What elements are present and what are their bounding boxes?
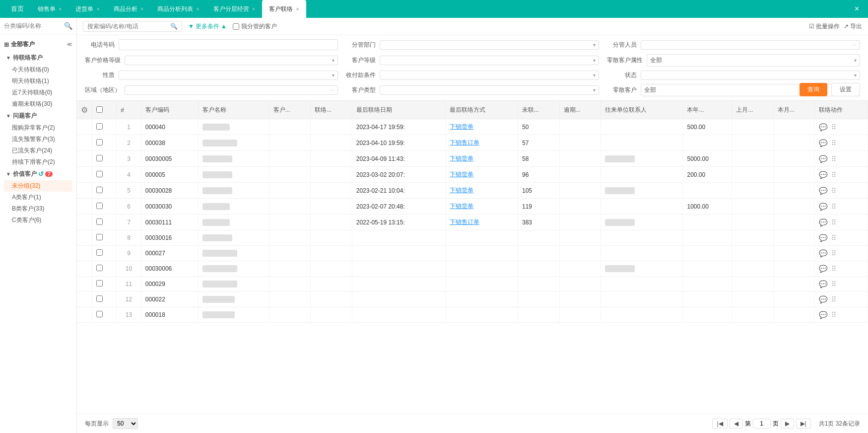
status-select[interactable]: ▾ — [641, 71, 860, 80]
reset-button[interactable]: 设置 — [831, 83, 860, 96]
message-icon[interactable]: 💬 — [819, 171, 827, 179]
more-icon[interactable]: ⠿ — [831, 171, 836, 179]
message-icon[interactable]: 💬 — [819, 187, 827, 195]
sidebar-item-ungroup[interactable]: 未分组(32) — [4, 180, 72, 192]
sidebar-value-group[interactable]: ▼ 价值客户 ↺ 7 — [4, 168, 72, 180]
more-icon[interactable]: ⠿ — [831, 123, 836, 131]
first-page-btn[interactable]: |◀ — [712, 419, 727, 429]
sidebar-item-class-b[interactable]: B类客户(33) — [4, 203, 72, 215]
message-icon[interactable]: 💬 — [819, 280, 827, 288]
retail-attr-select[interactable]: 全部 ▾ — [647, 54, 860, 67]
more-icon[interactable]: ⠿ — [831, 139, 836, 147]
sidebar-pending-group[interactable]: ▼ 待联络客户 — [4, 52, 72, 64]
row-select-checkbox[interactable] — [96, 203, 103, 209]
tab-product-analysis-list-close[interactable]: × — [196, 6, 199, 12]
next-page-btn[interactable]: ▶ — [781, 419, 794, 429]
sidebar-all-customers[interactable]: ⊞ 全部客户 ≪ — [4, 37, 72, 52]
row-select-checkbox[interactable] — [96, 123, 103, 130]
more-icon[interactable]: ⠿ — [831, 203, 836, 211]
batch-op-btn[interactable]: ☑ 批量操作 — [809, 22, 840, 31]
last-page-btn[interactable]: ▶| — [796, 419, 811, 429]
tab-sales-close[interactable]: × — [59, 6, 62, 12]
last-method-link[interactable]: 下销货单 — [450, 203, 473, 210]
prev-page-btn[interactable]: ◀ — [730, 419, 743, 429]
message-icon[interactable]: 💬 — [819, 234, 827, 242]
row-select-checkbox[interactable] — [96, 187, 103, 193]
message-icon[interactable]: 💬 — [819, 265, 827, 273]
sidebar-problem-group[interactable]: ▼ 问题客户 — [4, 110, 72, 122]
tab-customer-contact-close[interactable]: × — [296, 6, 299, 12]
my-customers-checkbox[interactable] — [233, 23, 239, 30]
payment-select[interactable]: ▾ — [380, 71, 599, 80]
row-select-checkbox[interactable] — [96, 139, 103, 145]
sidebar-search-icon[interactable]: 🔍 — [64, 22, 72, 30]
phone-input[interactable] — [119, 39, 338, 50]
last-method-link[interactable]: 下销货单 — [450, 123, 473, 130]
dept-select[interactable]: ▾ — [380, 40, 599, 50]
sidebar-item-declining[interactable]: 持续下滑客户(2) — [4, 156, 72, 168]
message-icon[interactable]: 💬 — [819, 249, 827, 257]
last-method-link[interactable]: 下销售订单 — [450, 218, 479, 225]
tab-product-analysis-close[interactable]: × — [140, 6, 143, 12]
last-method-link[interactable]: 下销货单 — [450, 155, 473, 162]
refresh-icon[interactable]: ↺ — [38, 170, 44, 178]
tab-product-analysis-list[interactable]: 商品分析列表 × — [150, 0, 206, 18]
manager-select[interactable]: ⋯ — [641, 40, 860, 50]
sidebar-item-class-c[interactable]: C类客户(6) — [4, 215, 72, 226]
customer-level-select[interactable]: ▾ — [380, 56, 599, 65]
last-method-link[interactable]: 下销货单 — [450, 187, 473, 194]
more-conditions-btn[interactable]: ▼ 更多条件 ▲ — [188, 22, 227, 31]
row-select-checkbox[interactable] — [96, 249, 103, 256]
sidebar-item-tomorrow[interactable]: 明天待联络(1) — [4, 75, 72, 87]
sidebar-item-churned[interactable]: 已流失客户(24) — [4, 145, 72, 156]
filter-search-input[interactable] — [87, 23, 170, 30]
filter-search-icon[interactable]: 🔍 — [170, 23, 178, 30]
row-select-checkbox[interactable] — [96, 311, 103, 317]
tab-purchase[interactable]: 进货单 × — [68, 0, 106, 18]
row-select-checkbox[interactable] — [96, 234, 103, 240]
last-method-link[interactable]: 下销售订单 — [450, 139, 479, 146]
sidebar-item-today[interactable]: 今天待联络(0) — [4, 64, 72, 75]
select-all-checkbox[interactable] — [96, 106, 103, 113]
more-icon[interactable]: ⠿ — [831, 234, 836, 242]
tab-product-analysis[interactable]: 商品分析 × — [107, 0, 150, 18]
nature-select[interactable]: ▾ — [119, 71, 338, 80]
more-icon[interactable]: ⠿ — [831, 187, 836, 195]
more-icon[interactable]: ⠿ — [831, 295, 836, 303]
export-btn[interactable]: ↗ 导出 — [844, 22, 862, 31]
more-icon[interactable]: ⠿ — [831, 280, 836, 288]
more-icon[interactable]: ⠿ — [831, 311, 836, 319]
message-icon[interactable]: 💬 — [819, 123, 827, 131]
sidebar-search-input[interactable] — [4, 22, 64, 29]
row-select-checkbox[interactable] — [96, 155, 103, 161]
tab-customer-segment[interactable]: 客户分层经营 × — [206, 0, 262, 18]
row-select-checkbox[interactable] — [96, 171, 103, 177]
page-input[interactable] — [753, 419, 771, 429]
message-icon[interactable]: 💬 — [819, 139, 827, 147]
row-select-checkbox[interactable] — [96, 265, 103, 271]
message-icon[interactable]: 💬 — [819, 311, 827, 319]
message-icon[interactable]: 💬 — [819, 218, 827, 226]
window-close-icon[interactable]: × — [850, 4, 864, 13]
area-select[interactable]: ⋯ — [125, 85, 338, 95]
message-icon[interactable]: 💬 — [819, 295, 827, 303]
row-select-checkbox[interactable] — [96, 295, 103, 302]
tab-sales[interactable]: 销售单 × — [31, 0, 68, 18]
row-select-checkbox[interactable] — [96, 280, 103, 287]
sidebar-item-class-a[interactable]: A类客户(1) — [4, 192, 72, 203]
sidebar-item-7days[interactable]: 近7天待联络(0) — [4, 87, 72, 98]
more-icon[interactable]: ⠿ — [831, 249, 836, 257]
sidebar-item-overdue[interactable]: 逾期未联络(30) — [4, 98, 72, 110]
row-select-checkbox[interactable] — [96, 218, 103, 225]
sidebar-item-hoard-abnormal[interactable]: 囤购异常客户(2) — [4, 122, 72, 134]
page-size-select[interactable]: 50 100 200 — [113, 418, 138, 429]
settings-icon[interactable]: ⚙ — [81, 106, 88, 114]
more-icon[interactable]: ⠿ — [831, 155, 836, 163]
col-settings[interactable]: ⚙ — [77, 101, 92, 119]
message-icon[interactable]: 💬 — [819, 155, 827, 163]
search-button[interactable]: 查询 — [800, 83, 827, 96]
last-method-link[interactable]: 下销货单 — [450, 171, 473, 178]
tab-home[interactable]: 首页 — [4, 4, 31, 13]
sidebar-item-churn-warning[interactable]: 流失预警客户(3) — [4, 134, 72, 145]
tab-customer-segment-close[interactable]: × — [252, 6, 255, 12]
